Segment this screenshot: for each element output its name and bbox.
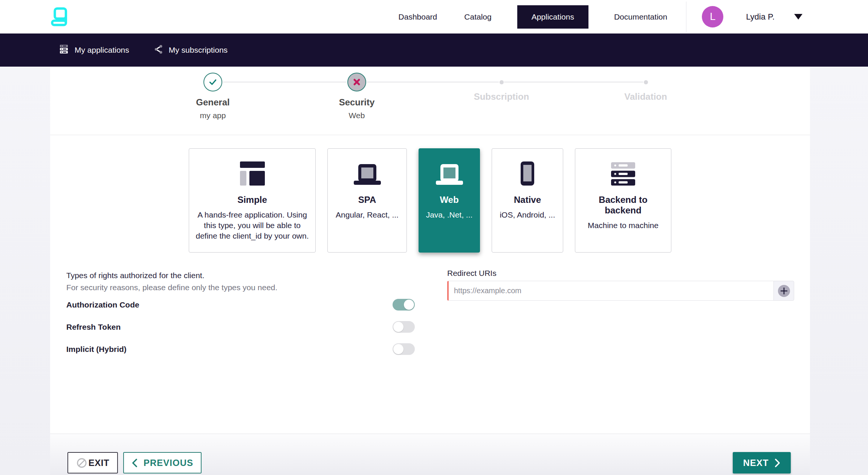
subnav-label: My applications: [75, 46, 129, 55]
wizard-stepper: General my app Security Web Subscription…: [50, 67, 810, 135]
card-description: Angular, React, ...: [333, 210, 401, 220]
share-icon: [153, 44, 163, 56]
card-description: iOS, Android, ...: [497, 210, 558, 220]
toggle-label: Authorization Code: [66, 300, 139, 309]
step-validation: Validation: [604, 73, 687, 105]
step-error-icon: [347, 73, 366, 91]
layout-icon: [194, 161, 310, 186]
user-name[interactable]: Lydia P.: [746, 12, 775, 22]
step-sublabel: my app: [171, 111, 254, 120]
step-security: Security Web: [315, 73, 398, 120]
toggle-row-implicit-hybrid: Implicit (Hybrid): [66, 343, 415, 355]
app-type-cards: Simple A hands-free application. Using t…: [50, 148, 810, 253]
rights-toggles: Authorization Code Refresh Token Implici…: [66, 299, 415, 355]
step-pending-dot: [500, 80, 504, 84]
wizard-footer: EXIT PREVIOUS NEXT: [50, 434, 810, 475]
step-done-icon: [203, 73, 222, 91]
next-button[interactable]: NEXT: [733, 452, 791, 473]
wizard-panel: General my app Security Web Subscription…: [50, 67, 810, 475]
previous-label: PREVIOUS: [144, 458, 193, 468]
subnav-item-my-applications[interactable]: My applications: [59, 44, 129, 56]
refresh-token-toggle[interactable]: [393, 321, 415, 333]
nav-item-catalog[interactable]: Catalog: [463, 5, 493, 29]
exit-button[interactable]: EXIT: [67, 452, 118, 473]
plus-icon: [781, 288, 787, 294]
nav-item-documentation[interactable]: Documentation: [613, 5, 669, 29]
top-header: Dashboard Catalog Applications Documenta…: [0, 0, 868, 33]
toggle-row-refresh-token: Refresh Token: [66, 321, 415, 333]
redirect-uri-add-panel: [773, 281, 794, 301]
next-label: NEXT: [743, 458, 769, 468]
laptop-icon: [424, 161, 474, 186]
step-label: Subscription: [460, 91, 543, 102]
app-type-card-native[interactable]: Native iOS, Android, ...: [492, 148, 563, 253]
step-general: General my app: [171, 73, 254, 120]
chevron-right-icon: [774, 458, 781, 468]
card-title: Simple: [194, 195, 310, 205]
toggle-label: Refresh Token: [66, 323, 121, 332]
step-sublabel: Web: [315, 111, 398, 120]
subnav-label: My subscriptions: [169, 46, 228, 55]
rights-subtitle: For security reasons, please define only…: [66, 283, 415, 292]
top-nav: Dashboard Catalog Applications Documenta…: [397, 5, 669, 29]
user-menu[interactable]: L Lydia P.: [686, 2, 802, 32]
cancel-circle-icon: [76, 457, 87, 469]
redirect-uris-label: Redirect URIs: [447, 269, 794, 278]
subnav-item-my-subscriptions[interactable]: My subscriptions: [153, 44, 228, 56]
smartphone-icon: [497, 161, 558, 186]
card-description: A hands-free application. Using this typ…: [194, 210, 310, 241]
chevron-left-icon: [131, 458, 138, 468]
rights-title: Types of rights authorized for the clien…: [66, 271, 415, 280]
avatar[interactable]: L: [702, 6, 723, 27]
authorization-code-toggle[interactable]: [393, 299, 415, 311]
servers-icon: [59, 44, 69, 56]
redirect-uri-row: [447, 281, 794, 301]
step-label: General: [171, 97, 254, 108]
toggle-knob: [404, 300, 414, 310]
step-label: Validation: [604, 91, 687, 102]
app-type-card-spa[interactable]: SPA Angular, React, ...: [327, 148, 407, 253]
card-title: Native: [497, 195, 558, 205]
redirect-uris-section: Redirect URIs: [447, 269, 794, 301]
card-title: Backend to backend: [581, 195, 666, 216]
server-stack-icon: [581, 161, 666, 186]
card-description: Java, .Net, ...: [424, 210, 474, 220]
add-uri-button[interactable]: [778, 285, 790, 297]
card-title: SPA: [333, 195, 401, 205]
app-type-card-backend[interactable]: Backend to backend Machine to machine: [575, 148, 671, 253]
nav-item-applications[interactable]: Applications: [517, 5, 588, 29]
brand-logo-icon[interactable]: [50, 5, 72, 29]
step-subscription: Subscription: [460, 73, 543, 105]
card-description: Machine to machine: [581, 220, 666, 231]
chevron-down-icon[interactable]: [794, 14, 802, 20]
app-type-card-web[interactable]: Web Java, .Net, ...: [419, 148, 480, 253]
redirect-uri-input[interactable]: [447, 281, 773, 301]
step-pending-dot: [644, 80, 648, 84]
exit-label: EXIT: [89, 458, 109, 468]
toggle-row-authorization-code: Authorization Code: [66, 299, 415, 311]
previous-button[interactable]: PREVIOUS: [123, 452, 202, 473]
toggle-knob: [393, 344, 403, 354]
laptop-icon: [333, 161, 401, 186]
step-label: Security: [315, 97, 398, 108]
secondary-navbar: My applications My subscriptions: [0, 33, 868, 67]
card-title: Web: [424, 195, 474, 205]
security-form: Types of rights authorized for the clien…: [50, 253, 810, 434]
nav-item-dashboard[interactable]: Dashboard: [397, 5, 439, 29]
rights-section: Types of rights authorized for the clien…: [66, 271, 415, 365]
implicit-hybrid-toggle[interactable]: [393, 343, 415, 355]
toggle-label: Implicit (Hybrid): [66, 345, 127, 354]
toggle-knob: [393, 322, 403, 332]
app-type-card-simple[interactable]: Simple A hands-free application. Using t…: [189, 148, 316, 253]
